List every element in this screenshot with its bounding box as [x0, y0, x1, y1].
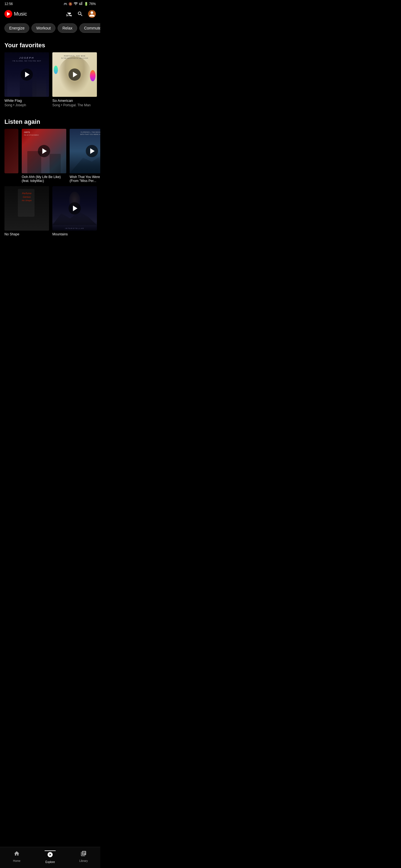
listen-card-partial-left[interactable]	[4, 129, 18, 183]
listen-thumb-ooh-ahh: GRITSthe art of translation	[22, 129, 66, 173]
card-title-white-flag: White Flag	[4, 98, 49, 103]
favorites-row: JOSEPH I'M ALONE, NO YOU'RE NOT White Fl…	[0, 52, 100, 114]
app-logo-icon	[4, 10, 12, 18]
app-logo-text: Music	[14, 11, 27, 17]
play-button-mountains[interactable]	[68, 202, 81, 215]
play-button-ooh-ahh[interactable]	[38, 145, 50, 157]
cast-button[interactable]	[66, 10, 73, 17]
play-button-wish[interactable]	[86, 145, 98, 157]
card-subtitle-so-american: Song • Portugal. The Man	[52, 103, 97, 107]
listen-thumb-mountains: INTERSTELLAR	[52, 186, 97, 230]
status-icon-gamepad: 🎮	[63, 2, 67, 6]
card-subtitle-white-flag: Song • Joseph	[4, 103, 49, 107]
header-actions	[66, 10, 96, 18]
card-title-ooh-ahh: Ooh Ahh (My Life Be Like) (feat. tobyMac…	[22, 175, 66, 183]
listen-card-ooh-ahh[interactable]: GRITSthe art of translation Ooh Ahh (My …	[22, 129, 66, 183]
category-energize[interactable]: Energize	[4, 23, 29, 33]
card-title-so-american: So American	[52, 98, 97, 103]
favorite-card-so-american[interactable]: PORTUGAL THE MAN IN THE MOUNTAIN IN THE …	[52, 52, 97, 107]
status-icons: 🎮 🔕 🔋 76%	[63, 1, 96, 6]
status-bar: 12:56 🎮 🔕 🔋 76%	[0, 0, 100, 8]
search-button[interactable]	[77, 10, 84, 17]
card-title-mountains: Mountains	[52, 232, 97, 236]
listen-thumb-wish: FLORENCE + THE MACHINEWITH THAT YOU WERE…	[69, 129, 100, 173]
status-icon-battery: 🔋 76%	[84, 2, 96, 6]
status-icon-wifi	[74, 1, 78, 6]
favorite-thumb-so-american: PORTUGAL THE MAN IN THE MOUNTAIN IN THE …	[52, 52, 97, 97]
listen-card-no-shape[interactable]: PerfumeGeniusNo Shape No Shape	[4, 186, 49, 236]
listen-again-row-1: GRITSthe art of translation Ooh Ahh (My …	[0, 129, 100, 183]
favorite-card-white-flag[interactable]: JOSEPH I'M ALONE, NO YOU'RE NOT White Fl…	[4, 52, 49, 107]
play-button-white-flag[interactable]	[21, 68, 33, 81]
listen-again-row-2: PerfumeGeniusNo Shape No Shape INTERSTEL…	[0, 186, 100, 236]
card-title-no-shape: No Shape	[4, 232, 49, 236]
listen-card-wish[interactable]: FLORENCE + THE MACHINEWITH THAT YOU WERE…	[69, 129, 100, 183]
user-avatar[interactable]	[88, 10, 96, 18]
category-workout[interactable]: Workout	[31, 23, 55, 33]
category-commute[interactable]: Commute	[79, 23, 100, 33]
categories-row: Energize Workout Relax Commute Fo...	[0, 21, 100, 37]
status-icon-signal	[79, 1, 83, 6]
header: Music	[0, 8, 100, 21]
favorites-section-title: Your favorites	[0, 37, 100, 52]
category-relax[interactable]: Relax	[58, 23, 77, 33]
card-title-wish: Wish That You Were Here (From "Miss Per.…	[69, 175, 100, 183]
listen-thumb-no-shape: PerfumeGeniusNo Shape	[4, 186, 49, 230]
listen-thumb-partial	[4, 129, 18, 173]
status-time: 12:56	[4, 2, 13, 6]
logo-area: Music	[4, 10, 27, 18]
play-button-so-american[interactable]	[68, 68, 81, 81]
listen-card-mountains[interactable]: INTERSTELLAR Mountains	[52, 186, 97, 236]
play-icon	[7, 12, 10, 16]
favorite-thumb-white-flag: JOSEPH I'M ALONE, NO YOU'RE NOT	[4, 52, 49, 97]
listen-again-section-title: Listen again	[0, 114, 100, 129]
status-icon-mute: 🔕	[68, 2, 73, 6]
